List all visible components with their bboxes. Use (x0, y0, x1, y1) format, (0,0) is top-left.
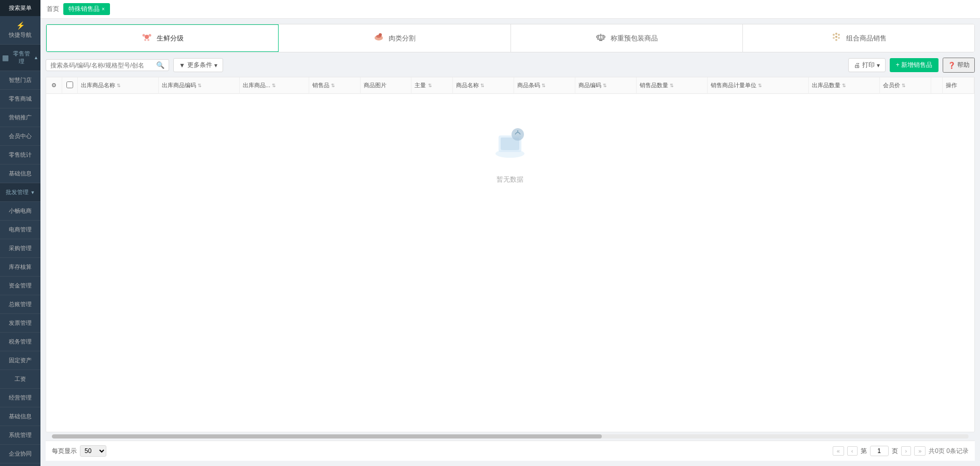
print-button[interactable]: 🖨 打印 ▾ (848, 58, 886, 72)
add-sales-button[interactable]: + 新增销售品 (890, 58, 938, 72)
sidebar-item-purchase[interactable]: 采购管理 (0, 239, 40, 258)
retail-chevron: ▲ (34, 55, 38, 60)
th-checkbox[interactable] (62, 77, 77, 94)
help-button[interactable]: ❓ 帮助 (943, 58, 975, 73)
help-icon: ❓ (948, 62, 956, 69)
meat-icon (373, 31, 384, 45)
next-page-button[interactable]: › (901, 446, 912, 456)
svg-point-0 (145, 35, 149, 39)
active-tab[interactable]: 特殊销售品 × (63, 3, 110, 15)
th-unit: 销售商品计量单位 ⇅ (708, 77, 808, 94)
sidebar-item-assets[interactable]: 固定资产 (0, 351, 40, 370)
search-box: 🔍 (46, 59, 169, 71)
svg-point-7 (379, 33, 382, 36)
sidebar-item-ledger[interactable]: 总账管理 (0, 295, 40, 314)
svg-point-24 (512, 128, 524, 141)
toolbar-left: 🔍 ▼ 更多条件 ▾ (46, 58, 223, 72)
svg-point-15 (835, 33, 837, 35)
print-arrow: ▾ (877, 62, 880, 69)
svg-point-13 (603, 36, 605, 38)
svg-point-17 (833, 37, 835, 39)
print-label: 打印 (862, 61, 875, 70)
empty-state: 暂无数据 (46, 94, 974, 215)
sidebar-item-enterprise[interactable]: 企业协同 (0, 445, 40, 463)
sidebar-item-retail-mall[interactable]: 零售商城 (0, 90, 40, 108)
sidebar-item-ecom-mgmt[interactable]: 电商管理 (0, 221, 40, 239)
sort-arrows-7[interactable]: ⇅ (542, 83, 546, 88)
tab-scale[interactable]: 称重预包装商品 (511, 24, 743, 52)
sort-arrows-10[interactable]: ⇅ (758, 83, 762, 88)
prev-page-button[interactable]: ‹ (847, 446, 858, 456)
th-sales-product: 销售品 ⇅ (309, 77, 360, 94)
filter-button[interactable]: ▼ 更多条件 ▾ (173, 58, 223, 72)
th-outbound-code: 出库商品编码 ⇅ (158, 77, 239, 94)
sidebar-item-retail[interactable]: ▦ 零售管理 ▲ (0, 45, 40, 71)
breadcrumb-home[interactable]: 首页 (47, 5, 59, 13)
quick-nav-icon: ⚡ (16, 21, 25, 30)
th-product-name: 商品名称 ⇅ (453, 77, 514, 94)
print-icon: 🖨 (854, 62, 860, 69)
th-member-price: 会员价 ⇅ (879, 77, 931, 94)
sort-arrows-6[interactable]: ⇅ (480, 83, 485, 88)
th-action: 操作 (943, 77, 974, 94)
svg-point-4 (147, 39, 149, 41)
svg-point-14 (833, 34, 835, 36)
toolbar-right: 🖨 打印 ▾ + 新增销售品 ❓ 帮助 (848, 58, 975, 73)
sort-arrows-8[interactable]: ⇅ (603, 83, 607, 88)
sort-arrows-9[interactable]: ⇅ (670, 83, 674, 88)
content-area: 生鲜分级 肉类分割 (40, 19, 980, 466)
sidebar-item-finance[interactable]: 资金管理 (0, 277, 40, 295)
sidebar-item-basic-info-retail[interactable]: 基础信息 (0, 165, 40, 183)
tab-scale-label: 称重预包装商品 (611, 34, 658, 43)
sidebar-item-operations[interactable]: 经营管理 (0, 389, 40, 407)
sidebar-item-quick-nav[interactable]: ⚡ 快捷导航 (0, 16, 40, 45)
sort-arrows[interactable]: ⇅ (117, 83, 121, 88)
first-page-button[interactable]: « (833, 446, 844, 456)
svg-point-16 (838, 34, 840, 36)
sort-arrows-5[interactable]: ⇅ (428, 83, 432, 88)
sort-arrows-12[interactable]: ⇅ (902, 83, 906, 88)
last-page-button[interactable]: » (914, 446, 926, 456)
sort-arrows-11[interactable]: ⇅ (842, 83, 846, 88)
sidebar-logo[interactable]: 搜索菜单 (0, 0, 40, 16)
sidebar-item-guide[interactable]: 新手引导 (0, 463, 40, 466)
empty-icon (489, 125, 531, 169)
tab-combo[interactable]: 组合商品销售 (743, 24, 974, 52)
filter-label: 更多条件 (187, 61, 212, 70)
sidebar-item-salary[interactable]: 工资 (0, 370, 40, 389)
svg-point-1 (143, 34, 145, 37)
page-input[interactable] (870, 446, 889, 456)
fresh-icon (141, 31, 153, 45)
tab-fresh-label: 生鲜分级 (157, 34, 184, 43)
th-settings[interactable]: ⚙ (46, 77, 62, 94)
sort-arrows-4[interactable]: ⇅ (331, 83, 335, 88)
sidebar-item-ecom-small[interactable]: 小畅电商 (0, 202, 40, 221)
tab-meat-label: 肉类分割 (389, 34, 416, 43)
tab-meat[interactable]: 肉类分割 (279, 24, 510, 52)
tab-fresh[interactable]: 生鲜分级 (46, 24, 279, 52)
sidebar-item-retail-stats[interactable]: 零售统计 (0, 146, 40, 165)
select-all-checkbox[interactable] (66, 81, 73, 88)
sidebar-item-inventory[interactable]: 库存核算 (0, 258, 40, 277)
page-unit: 页 (892, 447, 898, 456)
sidebar-item-tax[interactable]: 税务管理 (0, 333, 40, 351)
sort-arrows-2[interactable]: ⇅ (198, 83, 202, 88)
scroll-thumb (52, 434, 602, 438)
page-size-select[interactable]: 10 20 50 100 (80, 445, 106, 457)
sidebar-item-basic-info[interactable]: 基础信息 (0, 407, 40, 426)
sidebar-item-system[interactable]: 系统管理 (0, 426, 40, 445)
sidebar-item-wholesale[interactable]: 批发管理 ▼ (0, 183, 40, 202)
sidebar-item-members[interactable]: 会员中心 (0, 127, 40, 146)
filter-icon: ▼ (179, 62, 185, 69)
sidebar-item-marketing[interactable]: 营销推广 (0, 108, 40, 127)
sort-arrows-3[interactable]: ⇅ (272, 83, 276, 88)
search-input[interactable] (50, 62, 154, 69)
search-icon[interactable]: 🔍 (156, 61, 164, 69)
close-tab-icon[interactable]: × (102, 6, 105, 12)
sidebar-item-invoice[interactable]: 发票管理 (0, 314, 40, 333)
th-sales-qty: 销售品数量 ⇅ (637, 77, 708, 94)
bottom-scroll[interactable] (52, 434, 969, 438)
svg-point-12 (597, 36, 599, 38)
sidebar-item-smart-store[interactable]: 智慧门店 (0, 71, 40, 90)
page-size-label: 每页显示 (52, 447, 77, 456)
